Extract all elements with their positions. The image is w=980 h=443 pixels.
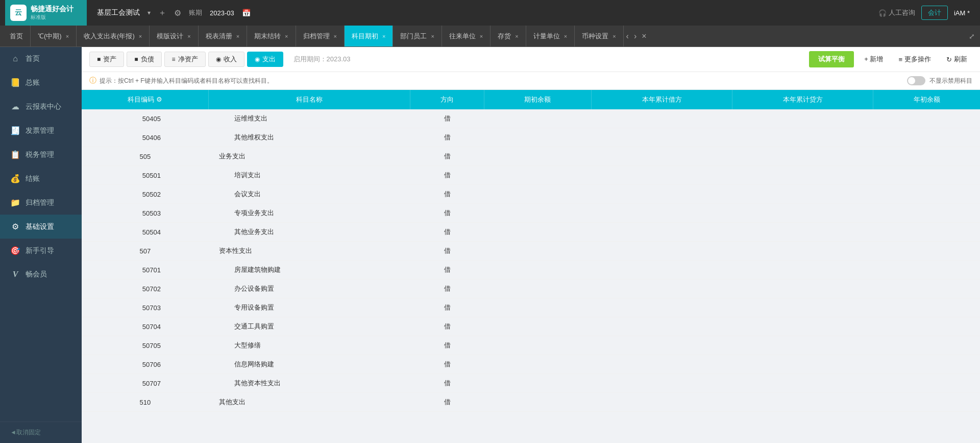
tab-partners[interactable]: 往来单位 × (442, 26, 491, 46)
company-dropdown-icon[interactable]: ▾ (148, 9, 151, 16)
tab-currency[interactable]: 币种设置 × (575, 26, 623, 46)
tab-inventory[interactable]: 存货 × (491, 26, 526, 46)
tab-balance-mid-close[interactable]: × (66, 33, 69, 39)
cell-init-balance (484, 374, 591, 393)
tab-income-year-close[interactable]: × (139, 33, 142, 39)
refresh-button[interactable]: ↻ 刷新 (941, 52, 972, 67)
cell-direction: 借 (410, 298, 484, 317)
table-row[interactable]: 50504 其他业务支出 借 (82, 223, 980, 242)
logo-text: 畅捷通好会计 标准版 (31, 5, 74, 21)
more-ops-button[interactable]: ≡ 更多操作 (893, 52, 936, 67)
sidebar-item-archive[interactable]: 📁 归档管理 (0, 191, 82, 215)
tab-balance-mid[interactable]: ℃(中期) × (31, 26, 77, 46)
add-new-button[interactable]: + 新增 (859, 52, 888, 67)
hint-icon: ⓘ (89, 76, 96, 85)
table-row[interactable]: 50706 信息网络购建 借 (82, 355, 980, 374)
tab-income-year-label: 收入支出表(年报) (84, 32, 135, 41)
cell-year-init (873, 279, 980, 298)
sidebar-item-ledger[interactable]: 📒 总账 (0, 71, 82, 95)
sidebar-item-invoice[interactable]: 🧾 发票管理 (0, 119, 82, 143)
tab-currency-close[interactable]: × (612, 33, 616, 39)
tab-income-year[interactable]: 收入支出表(年报) × (77, 26, 150, 46)
filter-tab-liability[interactable]: ■ 负债 (127, 52, 161, 67)
table-row[interactable]: 50405 运维维支出 借 (82, 109, 980, 128)
add-company-icon[interactable]: ＋ (158, 8, 166, 18)
tab-tax[interactable]: 税表清册 × (199, 26, 247, 46)
iam-button[interactable]: iAM * (954, 9, 970, 17)
cell-direction: 借 (410, 128, 484, 147)
cell-direction: 借 (410, 261, 484, 279)
settings-icon[interactable]: ⚙ (174, 8, 181, 18)
calendar-icon[interactable]: 📅 (242, 9, 251, 17)
tab-dept-staff[interactable]: 部门员工 × (393, 26, 442, 46)
table-row[interactable]: 50503 专项业务支出 借 (82, 204, 980, 223)
show-disabled-toggle[interactable]: 不显示禁用科目 (907, 76, 972, 85)
table-row[interactable]: 50704 交通工具购置 借 (82, 317, 980, 336)
tab-subject-init[interactable]: 科目期初 × (345, 26, 393, 46)
cell-code: 50705 (82, 336, 209, 355)
table-row[interactable]: 50502 会议支出 借 (82, 185, 980, 204)
expense-icon: ◉ (255, 56, 260, 63)
sidebar-item-guide[interactable]: 🎯 新手引导 (0, 239, 82, 263)
support-button[interactable]: 🎧 人工咨询 (878, 8, 915, 17)
table-scroll[interactable]: 科目编码 ⚙ 科目名称 方向 期初余额 本年累计借方 本年累计贷方 年初余额 5… (82, 90, 980, 443)
tab-subject-init-close[interactable]: × (382, 33, 385, 39)
cell-ytd-debit (592, 109, 732, 128)
show-disabled-label: 不显示禁用科目 (929, 77, 972, 85)
table-row[interactable]: 510 其他支出 借 (82, 393, 980, 412)
tab-tax-close[interactable]: × (236, 33, 239, 39)
table-row[interactable]: 50707 其他资本性支出 借 (82, 374, 980, 393)
cell-year-init (873, 336, 980, 355)
sidebar-item-home[interactable]: ⌂ 首页 (0, 47, 82, 71)
account-button[interactable]: 会计 (921, 6, 948, 20)
table-row[interactable]: 505 业务支出 借 (82, 147, 980, 166)
cell-init-balance (484, 336, 591, 355)
sidebar-toggle[interactable]: ◄取消固定 (0, 422, 82, 443)
tab-archive[interactable]: 归档管理 × (296, 26, 345, 46)
tab-inventory-close[interactable]: × (515, 33, 518, 39)
toggle-switch[interactable] (907, 76, 925, 85)
tab-unit[interactable]: 计量单位 × (526, 26, 575, 46)
table-row[interactable]: 50703 专用设备购置 借 (82, 298, 980, 317)
tab-period-end-close[interactable]: × (285, 33, 288, 39)
tab-dept-staff-close[interactable]: × (431, 33, 434, 39)
table-row[interactable]: 50705 大型修缮 借 (82, 336, 980, 355)
tab-tax-label: 税表清册 (206, 32, 232, 41)
tab-expand-icon[interactable]: ⤢ (966, 32, 977, 40)
cell-year-init (873, 261, 980, 279)
app-sub: 标准版 (31, 14, 74, 21)
cell-code: 505 (82, 147, 209, 166)
tab-close-all-icon[interactable]: × (639, 32, 649, 41)
cell-ytd-credit (732, 128, 873, 147)
sidebar-item-settlement[interactable]: 💰 结账 (0, 167, 82, 191)
cell-code: 50503 (82, 204, 209, 223)
tab-home[interactable]: 首页 (3, 26, 31, 46)
filter-tab-asset[interactable]: ■ 资产 (89, 52, 124, 67)
table-row[interactable]: 50701 房屋建筑物购建 借 (82, 261, 980, 279)
table-row[interactable]: 50406 其他维权支出 借 (82, 128, 980, 147)
sidebar-item-tax[interactable]: 📋 税务管理 (0, 143, 82, 167)
table-row[interactable]: 50501 培训支出 借 (82, 166, 980, 185)
cell-year-init (873, 374, 980, 393)
cell-direction: 借 (410, 393, 484, 412)
cell-code: 50501 (82, 166, 209, 185)
filter-tab-expense[interactable]: ◉ 支出 (247, 52, 283, 67)
tab-next-icon[interactable]: › (631, 32, 639, 41)
sidebar-item-reports[interactable]: ☁ 云报表中心 (0, 95, 82, 119)
tab-prev-icon[interactable]: ‹ (624, 32, 631, 41)
tab-template-close[interactable]: × (187, 33, 190, 39)
table-row[interactable]: 50702 办公设备购置 借 (82, 279, 980, 298)
filter-tab-net-asset[interactable]: ≡ 净资产 (164, 52, 206, 67)
tab-unit-label: 计量单位 (533, 32, 560, 41)
tab-period-end[interactable]: 期末结转 × (247, 26, 296, 46)
tab-unit-close[interactable]: × (564, 33, 567, 39)
tab-template[interactable]: 模版设计 × (150, 26, 198, 46)
calc-balance-button[interactable]: 试算平衡 (809, 51, 854, 67)
sidebar-item-member[interactable]: V 畅会员 (0, 263, 82, 286)
tab-archive-close[interactable]: × (334, 33, 337, 39)
sidebar-item-settings[interactable]: ⚙ 基础设置 (0, 215, 82, 239)
table-row[interactable]: 507 资本性支出 借 (82, 242, 980, 261)
cell-direction: 借 (410, 336, 484, 355)
tab-partners-close[interactable]: × (480, 33, 483, 39)
filter-tab-income[interactable]: ◉ 收入 (208, 52, 244, 67)
